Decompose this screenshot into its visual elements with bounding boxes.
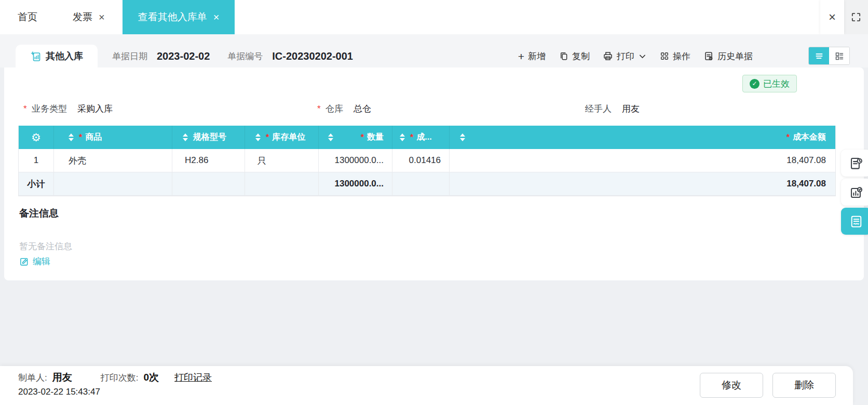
grid-icon bbox=[660, 51, 669, 61]
cell-quantity: 1300000.0... bbox=[319, 149, 392, 172]
field-warehouse: * 仓库 总仓 bbox=[299, 103, 558, 115]
remarks-empty-text: 暂无备注信息 bbox=[19, 240, 72, 252]
window-controls: × bbox=[820, 0, 868, 34]
add-button-label: 新增 bbox=[528, 50, 546, 62]
copy-icon bbox=[559, 51, 568, 61]
history-doc-icon bbox=[703, 51, 714, 61]
field-business-type-label: 业务类型 bbox=[32, 103, 67, 115]
print-button[interactable]: 打印 bbox=[603, 50, 647, 62]
doc-date-label: 单据日期 bbox=[112, 50, 147, 62]
required-mark: * bbox=[410, 133, 413, 142]
footer-buttons: 修改 删除 bbox=[700, 373, 836, 398]
copy-button[interactable]: 复制 bbox=[559, 50, 590, 62]
chevron-down-icon[interactable] bbox=[638, 52, 647, 61]
print-log-link[interactable]: 打印记录 bbox=[174, 371, 212, 384]
status-badge-label: 已生效 bbox=[763, 78, 790, 90]
cell-unit: 只 bbox=[245, 149, 319, 172]
sort-icon bbox=[183, 133, 188, 141]
column-header-cost-amount-label: 成本金额 bbox=[793, 132, 826, 143]
delete-button[interactable]: 删除 bbox=[772, 373, 836, 398]
tab-invoice-close-icon[interactable]: × bbox=[99, 12, 105, 22]
report-check-icon[interactable] bbox=[841, 179, 868, 206]
required-mark: * bbox=[23, 104, 32, 114]
document-header: 其他入库 单据日期 2023-02-02 单据编号 IC-20230202-00… bbox=[0, 34, 868, 68]
side-tools bbox=[841, 150, 868, 235]
required-mark: * bbox=[266, 133, 269, 142]
view-toggle bbox=[808, 47, 850, 65]
footer-info: 制单人: 用友 打印次数: 0次 打印记录 2023-02-22 15:43:4… bbox=[18, 371, 212, 397]
column-header-spec-label: 规格型号 bbox=[193, 132, 226, 143]
column-header-spec[interactable]: 规格型号 bbox=[172, 126, 245, 149]
column-header-cost-amount[interactable]: * 成本金额 bbox=[450, 126, 835, 149]
plus-icon: + bbox=[518, 51, 524, 62]
actions-button[interactable]: 操作 bbox=[660, 50, 690, 62]
sort-icon bbox=[328, 133, 333, 141]
card-view-icon[interactable] bbox=[829, 47, 849, 64]
close-icon[interactable]: × bbox=[820, 0, 844, 34]
edit-pencil-icon bbox=[19, 256, 29, 266]
field-business-type-value: 采购入库 bbox=[77, 103, 113, 115]
edit-remarks-button[interactable]: 编辑 bbox=[19, 255, 50, 267]
sort-icon bbox=[69, 133, 74, 141]
history-button[interactable]: 历史单据 bbox=[703, 50, 753, 62]
items-table: ⚙ * 商品 规格型号 * 库存单位 * 数量 bbox=[18, 126, 836, 196]
sort-icon bbox=[460, 133, 465, 141]
tab-invoice[interactable]: 发票 × bbox=[55, 0, 123, 34]
doc-type-tab[interactable]: 其他入库 bbox=[16, 45, 98, 68]
tab-view-other-inbound[interactable]: 查看其他入库单 × bbox=[123, 0, 235, 34]
tab-home[interactable]: 首页 bbox=[0, 0, 55, 34]
print-button-label: 打印 bbox=[617, 50, 634, 62]
column-header-unit-label: 库存单位 bbox=[272, 132, 305, 143]
inbound-doc-icon bbox=[30, 51, 41, 62]
tab-view-other-inbound-close-icon[interactable]: × bbox=[213, 12, 220, 22]
column-header-unit[interactable]: * 库存单位 bbox=[245, 126, 319, 149]
sort-icon bbox=[255, 133, 261, 141]
doc-fields: 单据日期 2023-02-02 单据编号 IC-20230202-001 bbox=[112, 45, 353, 68]
print-count-label: 打印次数: bbox=[101, 372, 139, 384]
required-mark: * bbox=[786, 133, 790, 142]
app-tab-bar: 首页 发票 × 查看其他入库单 × × bbox=[0, 0, 868, 34]
footer-bar: 制单人: 用友 打印次数: 0次 打印记录 2023-02-22 15:43:4… bbox=[0, 366, 853, 405]
row-index: 1 bbox=[19, 149, 54, 172]
subtotal-quantity: 1300000.0... bbox=[319, 172, 392, 195]
subtotal-row: 小计 1300000.0... 18,407.08 bbox=[19, 172, 835, 196]
field-handler-label: 经手人 bbox=[585, 103, 612, 115]
modify-button[interactable]: 修改 bbox=[700, 373, 763, 398]
column-header-quantity[interactable]: * 数量 bbox=[319, 126, 392, 149]
items-table-header: ⚙ * 商品 规格型号 * 库存单位 * 数量 bbox=[19, 126, 835, 149]
cell-cost-price: 0.01416 bbox=[392, 149, 450, 172]
required-mark: * bbox=[79, 133, 82, 142]
doc-history-icon[interactable] bbox=[841, 150, 868, 177]
doc-date-value: 2023-02-02 bbox=[157, 50, 210, 62]
document-body-card: ✓ 已生效 * 业务类型 采购入库 * 仓库 总仓 经手人 用友 ⚙ * bbox=[4, 68, 864, 280]
tab-invoice-label: 发票 bbox=[73, 10, 92, 24]
table-row: 1 外壳 H2.86 只 1300000.0... 0.01416 18,407… bbox=[19, 149, 835, 172]
creator-value: 用友 bbox=[52, 371, 72, 384]
created-time: 2023-02-22 15:43:47 bbox=[18, 387, 212, 397]
column-settings-button[interactable]: ⚙ bbox=[19, 126, 54, 149]
fullscreen-icon[interactable] bbox=[844, 0, 868, 34]
list-view-icon[interactable] bbox=[809, 47, 829, 64]
column-header-cost-price-label: 成... bbox=[416, 132, 431, 143]
tab-home-label: 首页 bbox=[18, 10, 37, 24]
cell-spec: H2.86 bbox=[172, 149, 245, 172]
header-toolbar: + 新增 复制 打印 操作 bbox=[518, 45, 753, 68]
cell-product: 外壳 bbox=[54, 149, 172, 172]
required-mark: * bbox=[317, 104, 326, 114]
column-header-product[interactable]: * 商品 bbox=[54, 126, 172, 149]
tab-list: 首页 发票 × 查看其他入库单 × bbox=[0, 0, 868, 34]
add-button[interactable]: + 新增 bbox=[518, 50, 546, 62]
required-mark: * bbox=[361, 133, 364, 142]
doc-number-label: 单据编号 bbox=[227, 50, 263, 62]
field-business-type: * 业务类型 采购入库 bbox=[18, 103, 299, 115]
column-header-product-label: 商品 bbox=[85, 132, 102, 143]
creator-label: 制单人: bbox=[18, 372, 47, 384]
sort-icon bbox=[400, 133, 405, 141]
remarks-title: 备注信息 bbox=[19, 207, 59, 220]
column-header-cost-price[interactable]: * 成... bbox=[392, 126, 450, 149]
field-handler-value: 用友 bbox=[622, 103, 640, 115]
actions-button-label: 操作 bbox=[673, 50, 690, 62]
status-badge: ✓ 已生效 bbox=[742, 75, 797, 92]
printer-icon bbox=[603, 51, 613, 61]
doc-notes-icon[interactable] bbox=[841, 208, 868, 235]
